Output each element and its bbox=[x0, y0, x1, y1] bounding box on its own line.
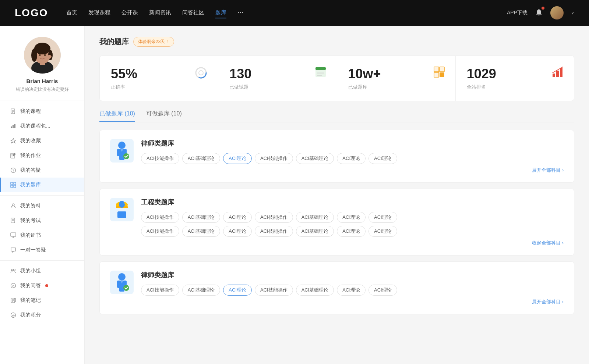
header: LOGO 首页 发现课程 公开课 新闻资讯 问答社区 题库 ··· APP下载 … bbox=[0, 0, 589, 26]
tag-2-3[interactable]: ACI技能操作 bbox=[255, 285, 293, 296]
qbank-card-2-header: 律师类题库 ACI技能操作 ACI基础理论 ACI理论 ACI技能操作 ACI基… bbox=[110, 271, 564, 305]
qbank-card-2-expand[interactable]: 展开全部科目 › bbox=[141, 299, 564, 305]
qbank-card-0-tags: ACI技能操作 ACI基础理论 ACI理论 ACI技能操作 ACI基础理论 AC… bbox=[141, 153, 564, 164]
app-download-button[interactable]: APP下载 bbox=[507, 10, 528, 16]
page-title: 我的题库 bbox=[99, 37, 129, 47]
svg-rect-52 bbox=[434, 67, 439, 72]
tag-0-2[interactable]: ACI理论 bbox=[223, 153, 252, 164]
svg-rect-32 bbox=[11, 233, 16, 236]
user-dropdown-arrow[interactable]: ∨ bbox=[571, 10, 574, 15]
svg-rect-58 bbox=[560, 68, 562, 77]
tag-1r2-6[interactable]: ACI理论 bbox=[368, 226, 397, 237]
tag-1-5[interactable]: ACI理论 bbox=[337, 212, 366, 223]
sidebar-item-profile[interactable]: 我的资料 bbox=[0, 199, 84, 213]
qbank-list: 律师类题库 ACI技能操作 ACI基础理论 ACI理论 ACI技能操作 ACI基… bbox=[99, 130, 574, 320]
tag-2-6[interactable]: ACI理论 bbox=[368, 285, 397, 296]
qbank-card-1-header: 工程类题库 ACI技能操作 ACI基础理论 ACI理论 ACI技能操作 ACI基… bbox=[110, 198, 564, 246]
nav-qbank[interactable]: 题库 bbox=[215, 8, 226, 18]
svg-rect-25 bbox=[14, 182, 16, 185]
star-icon bbox=[10, 138, 17, 144]
tag-0-0[interactable]: ACI技能操作 bbox=[141, 153, 179, 164]
tag-1r2-3[interactable]: ACI技能操作 bbox=[255, 226, 293, 237]
profile-avatar[interactable] bbox=[24, 37, 61, 74]
svg-point-28 bbox=[12, 204, 14, 206]
tab-done[interactable]: 已做题库 (10) bbox=[99, 110, 135, 122]
qbank-card-1-tags-row1: ACI技能操作 ACI基础理论 ACI理论 ACI技能操作 ACI基础理论 AC… bbox=[141, 212, 564, 223]
nav-openclass[interactable]: 公开课 bbox=[121, 8, 138, 18]
tag-2-1[interactable]: ACI基础理论 bbox=[182, 285, 221, 296]
qbank-card-0-body: 律师类题库 ACI技能操作 ACI基础理论 ACI理论 ACI技能操作 ACI基… bbox=[141, 139, 564, 174]
tag-1r2-4[interactable]: ACI基础理论 bbox=[296, 226, 334, 237]
nav-home[interactable]: 首页 bbox=[66, 8, 77, 18]
qbank-card-0-expand[interactable]: 展开全部科目 › bbox=[141, 167, 564, 174]
tag-1r2-1[interactable]: ACI基础理论 bbox=[182, 226, 221, 237]
lawyer-icon bbox=[113, 141, 131, 161]
qbank-card-2: 律师类题库 ACI技能操作 ACI基础理论 ACI理论 ACI技能操作 ACI基… bbox=[99, 261, 574, 314]
tag-2-0[interactable]: ACI技能操作 bbox=[141, 285, 179, 296]
avatar-image bbox=[24, 37, 61, 74]
nav-qa[interactable]: 问答社区 bbox=[182, 8, 204, 18]
sidebar-item-one-on-one[interactable]: 一对一答疑 bbox=[0, 243, 84, 257]
tag-0-5[interactable]: ACI理论 bbox=[337, 153, 366, 164]
sidebar-item-points[interactable]: 分 我的积分 bbox=[0, 308, 84, 322]
stat-banks-done: 10w+ 已做题库 bbox=[337, 56, 456, 101]
notification-bell[interactable] bbox=[535, 8, 543, 18]
nav-news[interactable]: 新闻资讯 bbox=[149, 8, 171, 18]
nav-more[interactable]: ··· bbox=[237, 8, 244, 18]
tag-1-6[interactable]: ACI理论 bbox=[368, 212, 397, 223]
qbank-card-1-collapse[interactable]: 收起全部科目 › bbox=[141, 240, 564, 246]
tag-1-4[interactable]: ACI基础理论 bbox=[296, 212, 334, 223]
tag-1r2-5[interactable]: ACI理论 bbox=[337, 226, 366, 237]
tag-1-3[interactable]: ACI技能操作 bbox=[255, 212, 293, 223]
svg-point-46 bbox=[199, 71, 203, 75]
svg-point-69 bbox=[118, 273, 126, 281]
sidebar-item-question-bank[interactable]: 我的题库 bbox=[0, 178, 84, 192]
qbank-card-1-name: 工程类题库 bbox=[141, 198, 564, 207]
chat-icon bbox=[10, 247, 17, 253]
tag-1-0[interactable]: ACI技能操作 bbox=[141, 212, 179, 223]
tag-0-4[interactable]: ACI基础理论 bbox=[296, 153, 334, 164]
sidebar-item-notes[interactable]: 我的笔记 bbox=[0, 293, 84, 308]
header-right: APP下载 ∨ bbox=[507, 6, 574, 19]
qa-icon: Q bbox=[10, 282, 17, 289]
stat-questions-done-label: 已做试题 bbox=[229, 84, 248, 90]
sidebar-item-qanda[interactable]: ? 我的答疑 bbox=[0, 163, 84, 178]
sidebar-item-exam[interactable]: 我的考试 bbox=[0, 213, 84, 228]
tab-available[interactable]: 可做题库 (10) bbox=[146, 110, 182, 122]
tag-2-2[interactable]: ACI理论 bbox=[223, 285, 252, 296]
tag-0-1[interactable]: ACI基础理论 bbox=[182, 153, 221, 164]
page-layout: Brian Harris 错误的决定比没有决定要好 我的课程 我的课程包... bbox=[0, 26, 589, 364]
svg-rect-14 bbox=[11, 126, 12, 128]
sidebar-item-exam-label: 我的考试 bbox=[20, 217, 41, 224]
svg-rect-15 bbox=[13, 125, 14, 128]
sidebar-item-certificate[interactable]: 我的证书 bbox=[0, 228, 84, 243]
group-icon bbox=[10, 268, 17, 274]
sidebar-item-groups[interactable]: 我的小组 bbox=[0, 264, 84, 278]
stat-banks-done-number: 10w+ bbox=[348, 66, 381, 82]
tag-2-5[interactable]: ACI理论 bbox=[337, 285, 366, 296]
tag-0-6[interactable]: ACI理论 bbox=[368, 153, 397, 164]
nav: 首页 发现课程 公开课 新闻资讯 问答社区 题库 ··· bbox=[66, 8, 492, 18]
nav-discover[interactable]: 发现课程 bbox=[88, 8, 110, 18]
trial-badge: 体验剩余23天！ bbox=[133, 37, 174, 47]
sidebar-item-my-courses[interactable]: 我的课程 bbox=[0, 104, 84, 119]
sidebar-item-profile-label: 我的资料 bbox=[20, 203, 41, 209]
sidebar-item-favorites[interactable]: 我的收藏 bbox=[0, 133, 84, 148]
list-icon bbox=[315, 66, 327, 78]
tag-1-1[interactable]: ACI基础理论 bbox=[182, 212, 221, 223]
lawyer-icon-2 bbox=[113, 272, 131, 293]
tag-1r2-2[interactable]: ACI理论 bbox=[223, 226, 252, 237]
svg-rect-55 bbox=[440, 72, 444, 77]
tag-1r2-0[interactable]: ACI技能操作 bbox=[141, 226, 179, 237]
svg-rect-48 bbox=[315, 67, 326, 70]
sidebar-item-homework[interactable]: 我的作业 bbox=[0, 148, 84, 163]
sidebar-item-course-package[interactable]: 我的课程包... bbox=[0, 119, 84, 133]
sidebar-item-my-qa[interactable]: Q 我的问答 bbox=[0, 278, 84, 293]
tag-1-2[interactable]: ACI理论 bbox=[223, 212, 252, 223]
tag-0-3[interactable]: ACI技能操作 bbox=[255, 153, 293, 164]
qbank-card-1-icon bbox=[110, 198, 134, 221]
tag-2-4[interactable]: ACI基础理论 bbox=[296, 285, 334, 296]
svg-point-5 bbox=[31, 49, 37, 62]
stat-accuracy-number: 55% bbox=[111, 66, 137, 82]
user-avatar[interactable] bbox=[550, 6, 564, 19]
